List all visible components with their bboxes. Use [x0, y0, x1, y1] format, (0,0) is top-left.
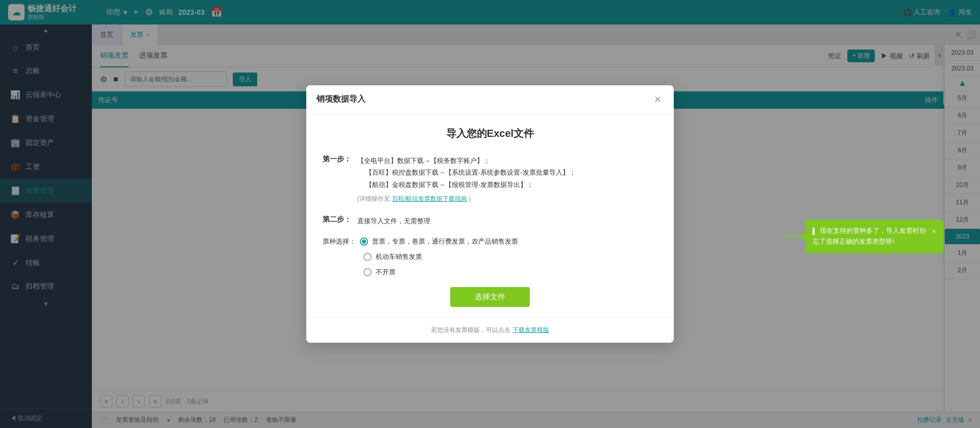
footer-text: 若您没有发票模版，可以点击: [431, 326, 510, 334]
radio-motor-circle: [363, 253, 372, 261]
radio-motor[interactable]: 机动车销售发票: [323, 252, 657, 261]
modal-close-btn[interactable]: ✕: [651, 93, 664, 106]
radio-general-label: 普票，专票，卷票，通行费发票，农产品销售发票: [372, 237, 518, 246]
tooltip-box: × 现在支持的票种多了，导入发票时别忘了选择正确的发票类型呀!: [805, 220, 943, 253]
tooltip-line: [785, 236, 800, 237]
step1-link-suffix: ): [469, 195, 471, 202]
tooltip-indicator: [785, 234, 805, 239]
tooltip-close-btn[interactable]: ×: [932, 226, 936, 237]
step1-line-1: 【百旺】税控盘数据下载→【系统设置-系统参数设置-发票批量导入】；: [357, 167, 576, 178]
step1-content: 【全电平台】数据下载→【税务数字账户】； 【百旺】税控盘数据下载→【系统设置-系…: [357, 155, 576, 205]
radio-no-invoice[interactable]: 不开票: [323, 268, 657, 277]
modal-main-title: 导入您的Excel文件: [323, 127, 657, 140]
radio-no-invoice-label: 不开票: [376, 268, 396, 277]
modal-header: 销项数据导入 ✕: [306, 85, 674, 114]
footer-download-link[interactable]: 下载发票模版: [512, 326, 549, 334]
radio-general[interactable]: 普票，专票，卷票，通行费发票，农产品销售发票: [360, 237, 518, 246]
ticket-label-row: 票种选择： 普票，专票，卷票，通行费发票，农产品销售发票: [323, 237, 657, 246]
radio-motor-label: 机动车销售发票: [376, 252, 422, 261]
step1-label: 第一步：: [323, 155, 353, 205]
modal-overlay: 销项数据导入 ✕ 导入您的Excel文件 第一步： 【全电平台】数据下载→【税务…: [0, 0, 980, 428]
step2-label: 第二步：: [323, 215, 353, 227]
step2-content: 直接导入文件，无需整理: [357, 215, 430, 227]
step1-line-2: 【航信】金税盘数据下载→【报税管理-发票数据导出】；: [357, 179, 576, 191]
modal-dialog: 销项数据导入 ✕ 导入您的Excel文件 第一步： 【全电平台】数据下载→【税务…: [306, 85, 674, 343]
tooltip-text: 现在支持的票种多了，导入发票时别忘了选择正确的发票类型呀!: [813, 227, 926, 245]
modal-title: 销项数据导入: [316, 94, 365, 105]
radio-no-invoice-circle: [363, 268, 372, 276]
radio-general-circle: [360, 237, 368, 246]
select-file-area: 选择文件: [323, 287, 657, 307]
step1-line-0: 【全电平台】数据下载→【税务数字账户】；: [357, 155, 576, 167]
radio-general-dot: [362, 240, 366, 244]
tooltip-dot: [800, 234, 805, 239]
ticket-section: 票种选择： 普票，专票，卷票，通行费发票，农产品销售发票 机动车销售发票 不开票: [323, 237, 657, 277]
step1-link[interactable]: 百旺/航信发票数据下载指南: [392, 195, 467, 202]
tooltip-bar: [813, 228, 815, 235]
modal-body: 导入您的Excel文件 第一步： 【全电平台】数据下载→【税务数字账户】； 【百…: [306, 114, 674, 317]
step1-row: 第一步： 【全电平台】数据下载→【税务数字账户】； 【百旺】税控盘数据下载→【系…: [323, 155, 657, 205]
ticket-label: 票种选择：: [323, 237, 356, 246]
step1-link-row: (详细操作见 百旺/航信发票数据下载指南 ): [357, 193, 576, 205]
step1-link-prefix: (详细操作见: [357, 195, 390, 202]
modal-footer: 若您没有发票模版，可以点击 下载发票模版: [306, 317, 674, 343]
select-file-btn[interactable]: 选择文件: [450, 287, 530, 307]
step2-row: 第二步： 直接导入文件，无需整理: [323, 215, 657, 227]
